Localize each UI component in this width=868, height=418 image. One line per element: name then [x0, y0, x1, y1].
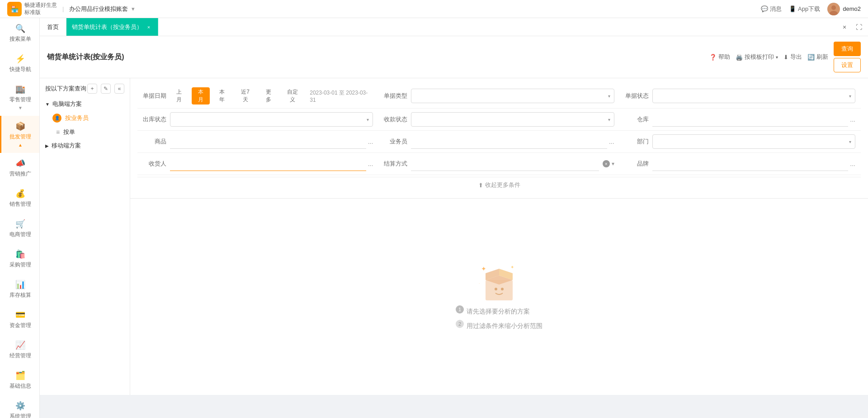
doc-type-select[interactable]: ▾ [411, 89, 614, 103]
more-date-button[interactable]: 更多 [259, 87, 278, 104]
sidebar-item-system[interactable]: ⚙️ 系统管理 [0, 395, 39, 418]
doc-status-select[interactable]: ▾ [652, 89, 855, 103]
out-status-label: 出库状态 [143, 115, 170, 124]
settlement-label: 结算方式 [384, 160, 411, 168]
sidebar-item-operations[interactable]: 📈 经营管理 [0, 335, 39, 365]
print-icon: 🖨️ [736, 54, 743, 61]
tab-home[interactable]: 首页 [40, 18, 66, 36]
salesman-dots[interactable]: ... [609, 138, 614, 145]
receiver-input[interactable] [170, 157, 366, 171]
sidebar-item-quick[interactable]: ⚡ 快捷导航 [0, 48, 39, 79]
sidebar-item-wholesale[interactable]: 📦 批发管理 ▲ [0, 116, 39, 153]
salesman-label: 业务员 [384, 138, 411, 146]
payment-status-arrow: ▾ [608, 117, 610, 122]
placeholder-illustration: ✦ ✦ · [476, 260, 522, 305]
print-button[interactable]: 🖨️ 按模板打印 ▾ [736, 53, 778, 61]
this-year-button[interactable]: 本年 [213, 87, 231, 104]
export-button[interactable]: ⬇ 导出 [783, 53, 802, 61]
ecommerce-icon: 🛒 [15, 219, 25, 229]
wholesale-icon: 📦 [15, 121, 25, 131]
goods-label: 商品 [143, 138, 170, 146]
finance-icon: 💳 [15, 310, 25, 320]
payment-status-label: 收款状态 [384, 115, 411, 124]
collapse-icon: ⬆ [478, 182, 483, 189]
sidebar-item-finance[interactable]: 💳 资金管理 [0, 304, 39, 335]
warehouse-label: 仓库 [625, 115, 652, 124]
sidebar-item-retail[interactable]: 🏬 零售管理 ▼ [0, 79, 39, 116]
add-scheme-button[interactable]: + [87, 84, 97, 94]
svg-text:✦: ✦ [481, 265, 486, 272]
step2-number: 2 [456, 320, 464, 328]
collapse-button[interactable]: ⬆ 收起更多条件 [137, 177, 861, 193]
this-month-button[interactable]: 本月 [192, 87, 210, 104]
scheme-item-by-salesman[interactable]: 👤 按业务员 [40, 111, 130, 125]
app-download-button[interactable]: 📱 App下载 [789, 5, 820, 13]
help-button[interactable]: ❓ 帮助 [709, 53, 730, 61]
salesman-filter-cell: 业务员 ... [378, 131, 619, 153]
last7days-button[interactable]: 近7天 [235, 87, 255, 104]
left-panel: 按以下方案查询 + ✎ « [40, 78, 130, 395]
mobile-icon: 📱 [789, 5, 796, 12]
doc-status-label: 单据状态 [625, 92, 652, 100]
refresh-button[interactable]: 🔄 刷新 [807, 53, 828, 61]
tab-close-button[interactable]: × [145, 24, 152, 31]
payment-status-filter-cell: 收款状态 ▾ [378, 109, 619, 131]
tab-current[interactable]: 销货单统计表（按业务员） × [66, 18, 158, 36]
close-window-button[interactable]: × [839, 22, 850, 33]
retail-icon: 🏬 [15, 84, 25, 94]
department-select[interactable]: ▾ [652, 134, 855, 149]
sidebar-item-sales[interactable]: 💰 销售管理 [0, 183, 39, 214]
message-button[interactable]: 💬 消息 [761, 5, 782, 13]
svg-point-1 [831, 5, 836, 10]
message-icon: 💬 [761, 5, 768, 12]
edit-scheme-button[interactable]: ✎ [101, 84, 111, 94]
receiver-dots[interactable]: ... [368, 160, 373, 167]
mobile-scheme-section[interactable]: ▶ 移动端方案 [40, 139, 130, 152]
purchase-icon: 🛍️ [15, 249, 25, 259]
edit-icon: ✎ [104, 86, 108, 92]
settings-button[interactable]: 设置 [834, 58, 861, 72]
query-button[interactable]: 查询 [834, 42, 861, 56]
filter-area: 单据日期 上月 本月 本年 近7天 更多 [130, 78, 868, 199]
warehouse-filter-cell: 仓库 ... [620, 109, 861, 131]
page-actions: ❓ 帮助 🖨️ 按模板打印 ▾ ⬇ 导出 [709, 42, 861, 72]
settlement-clear-button[interactable]: × [603, 160, 610, 167]
out-status-select[interactable]: ▾ [170, 112, 373, 127]
date-label: 单据日期 [143, 92, 170, 100]
custom-date-button[interactable]: 自定义 [281, 87, 305, 104]
breadcrumb-arrow[interactable]: ▾ [132, 5, 135, 12]
placeholder-instructions: 1 请先选择要分析的方案 2 用过滤条件来缩小分析范围 [456, 305, 542, 334]
help-icon: ❓ [709, 54, 717, 61]
last-month-button[interactable]: 上月 [170, 87, 188, 104]
maximize-button[interactable]: ⛶ [854, 22, 864, 33]
desktop-scheme-header[interactable]: ▼ 电脑端方案 [40, 97, 130, 111]
sidebar-item-purchase[interactable]: 🛍️ 采购管理 [0, 244, 39, 274]
sidebar-item-search[interactable]: 🔍 搜索菜单 [0, 18, 39, 48]
collapse-panel-button[interactable]: « [114, 84, 124, 94]
payment-status-select[interactable]: ▾ [411, 112, 614, 127]
chevron-right-icon: ▶ [45, 143, 49, 148]
brand-dots[interactable]: ... [850, 160, 855, 167]
search-icon: 🔍 [15, 24, 25, 33]
doc-type-filter-cell: 单据类型 ▾ [378, 84, 619, 109]
sidebar-item-inventory[interactable]: 📊 库存核算 [0, 274, 39, 304]
step1-number: 1 [456, 305, 464, 314]
scheme-sub-item-by-order[interactable]: ≡ 按单 [40, 125, 130, 139]
doc-status-filter-cell: 单据状态 ▾ [620, 84, 861, 109]
sidebar: 🔍 搜索菜单 ⚡ 快捷导航 🏬 零售管理 ▼ 📦 批发管理 ▲ 📣 营销推广 [0, 18, 40, 418]
sidebar-item-basic[interactable]: 🗂️ 基础信息 [0, 365, 39, 395]
inventory-icon: 📊 [15, 280, 25, 290]
logo-text: 畅捷通好生意 标准版 [24, 2, 57, 16]
sidebar-item-ecommerce[interactable]: 🛒 电商管理 [0, 214, 39, 244]
brand-filter-cell: 品牌 ... [620, 153, 861, 175]
out-status-arrow: ▾ [367, 117, 369, 122]
warehouse-dots[interactable]: ... [850, 116, 855, 123]
doc-type-label: 单据类型 [384, 92, 411, 100]
svg-text:·: · [479, 281, 480, 285]
sidebar-item-marketing[interactable]: 📣 营销推广 [0, 153, 39, 183]
svg-text:✦: ✦ [510, 265, 514, 270]
goods-dots[interactable]: ... [368, 138, 373, 145]
right-panel: 单据日期 上月 本月 本年 近7天 更多 [130, 78, 868, 395]
user-profile[interactable]: demo2 [827, 3, 861, 15]
scheme-icon: 👤 [52, 114, 61, 123]
